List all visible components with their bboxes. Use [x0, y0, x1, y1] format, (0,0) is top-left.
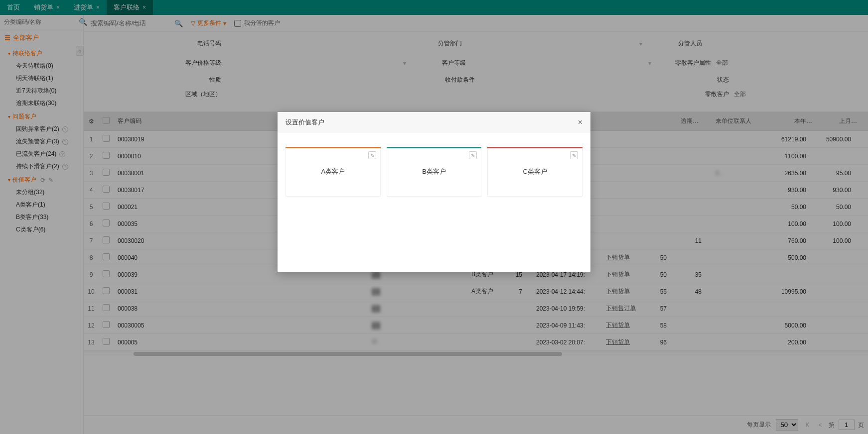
- close-icon[interactable]: ×: [578, 118, 582, 127]
- card-label: B类客户: [422, 167, 446, 176]
- modal-title: 设置价值客户: [286, 118, 324, 127]
- card-label: C类客户: [523, 167, 547, 176]
- edit-icon[interactable]: ✎: [469, 151, 477, 159]
- card-b[interactable]: ✎ B类客户: [387, 147, 482, 197]
- edit-icon[interactable]: ✎: [368, 151, 376, 159]
- card-c[interactable]: ✎ C类客户: [487, 147, 582, 197]
- edit-icon[interactable]: ✎: [570, 151, 578, 159]
- card-a[interactable]: ✎ A类客户: [286, 147, 381, 197]
- modal-overlay[interactable]: 设置价值客户 × ✎ A类客户 ✎ B类客户 ✎ C类客户: [0, 0, 868, 434]
- value-customer-modal: 设置价值客户 × ✎ A类客户 ✎ B类客户 ✎ C类客户: [278, 112, 590, 272]
- card-label: A类客户: [321, 167, 345, 176]
